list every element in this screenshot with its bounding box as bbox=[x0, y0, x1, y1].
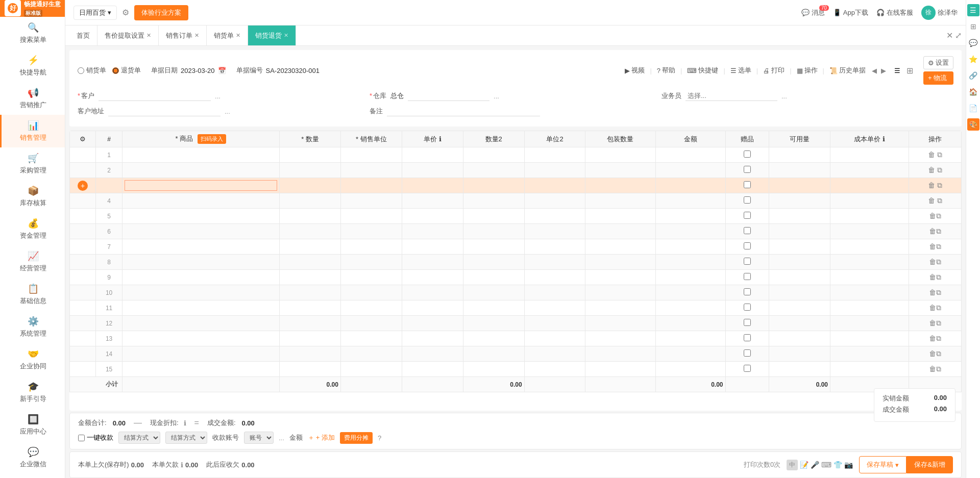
discount-help-icon[interactable]: ℹ bbox=[184, 419, 186, 427]
row-avail-2[interactable] bbox=[769, 163, 830, 178]
salesperson-input[interactable] bbox=[685, 91, 777, 101]
tab-price-extract-close-icon[interactable]: ✕ bbox=[146, 32, 151, 39]
sidebar-item-marketing[interactable]: 📢 营销推广 bbox=[0, 82, 65, 115]
shortcut-keys-btn[interactable]: ⌨ 快捷键 bbox=[687, 66, 718, 75]
sidebar-item-newbie[interactable]: 🎓 新手引导 bbox=[0, 376, 65, 409]
customer-input[interactable] bbox=[99, 91, 211, 101]
history-btn[interactable]: 📜 历史单据 bbox=[829, 66, 866, 75]
status-icon-3[interactable]: 🎤 bbox=[811, 461, 819, 469]
row-gift-3[interactable] bbox=[725, 178, 769, 193]
radio-sale-input[interactable] bbox=[78, 67, 84, 74]
right-sidebar-item-doc[interactable]: 📄 bbox=[967, 102, 979, 114]
delete-icon-1[interactable]: 🗑 bbox=[928, 150, 935, 159]
tab-sales-invoice-close-icon[interactable]: ✕ bbox=[236, 32, 240, 39]
gift-checkbox-8[interactable] bbox=[744, 258, 751, 265]
row-amount-2[interactable] bbox=[655, 163, 725, 178]
help-btn[interactable]: ? 帮助 bbox=[657, 66, 675, 75]
gift-checkbox-1[interactable] bbox=[744, 150, 751, 158]
row-price-1[interactable] bbox=[402, 147, 463, 163]
tab-sales-return-close-icon[interactable]: ✕ bbox=[284, 32, 288, 39]
row-avail-1[interactable] bbox=[769, 147, 830, 163]
row-qty2-3[interactable] bbox=[463, 178, 524, 193]
delete-icon-11[interactable]: 🗑 bbox=[929, 304, 936, 312]
gift-checkbox-9[interactable] bbox=[744, 273, 751, 280]
row-gift-1[interactable] bbox=[725, 147, 769, 163]
row-amount-4[interactable] bbox=[655, 193, 725, 209]
delete-icon-3[interactable]: 🗑 bbox=[928, 181, 935, 189]
address-input[interactable] bbox=[108, 106, 220, 116]
account-select[interactable]: 账号 bbox=[244, 432, 274, 444]
copy-icon-7[interactable]: ⧉ bbox=[936, 242, 941, 251]
right-sidebar-item-star[interactable]: ⭐ bbox=[967, 53, 979, 65]
salesperson-dots-btn[interactable]: ... bbox=[781, 92, 787, 100]
sidebar-item-sales[interactable]: 📊 销售管理 bbox=[0, 115, 65, 147]
gift-checkbox-4[interactable] bbox=[744, 196, 751, 204]
operate-btn[interactable]: ▦ 操作 bbox=[797, 66, 818, 75]
experience-btn[interactable]: 体验行业方案 bbox=[134, 5, 188, 20]
right-sidebar-item-comment[interactable]: 💬 bbox=[967, 37, 979, 49]
settings-btn[interactable]: ⚙ 设置 bbox=[923, 56, 953, 69]
tab-sales-return[interactable]: 销货退货 ✕ bbox=[248, 26, 296, 46]
copy-icon-3[interactable]: ⧉ bbox=[937, 181, 942, 190]
row-gift-2[interactable] bbox=[725, 163, 769, 178]
copy-icon-11[interactable]: ⧉ bbox=[936, 304, 941, 312]
add-row-btn[interactable]: + bbox=[78, 181, 88, 191]
delete-icon-12[interactable]: 🗑 bbox=[929, 319, 936, 327]
copy-icon-5[interactable]: ⧉ bbox=[936, 212, 941, 220]
row-qty2-2[interactable] bbox=[463, 163, 524, 178]
delete-icon-10[interactable]: 🗑 bbox=[929, 288, 936, 296]
col-gear[interactable]: ⚙ bbox=[70, 131, 96, 147]
sidebar-item-finance[interactable]: 💰 资金管理 bbox=[0, 213, 65, 245]
calendar-icon[interactable]: 📅 bbox=[218, 67, 226, 74]
tab-close-all-icon[interactable]: ✕ bbox=[946, 31, 953, 40]
view-grid-icon[interactable]: ⊞ bbox=[906, 66, 913, 76]
calc-method-select[interactable]: 结算方式 bbox=[118, 432, 160, 444]
warehouse-dots-btn[interactable]: ... bbox=[494, 92, 499, 100]
right-sidebar-item-list[interactable]: ☰ bbox=[967, 4, 979, 16]
row-gift-4[interactable] bbox=[725, 193, 769, 209]
fee-split-btn[interactable]: 费用分摊 bbox=[340, 432, 373, 444]
tab-sales-order[interactable]: 销售订单 ✕ bbox=[159, 26, 207, 46]
delete-icon-8[interactable]: 🗑 bbox=[929, 258, 936, 266]
nav-next-icon[interactable]: ▶ bbox=[881, 67, 886, 74]
radio-return[interactable]: 退货单 bbox=[112, 66, 141, 75]
sidebar-item-search[interactable]: 🔍 搜索菜单 bbox=[0, 17, 65, 49]
gift-checkbox-3[interactable] bbox=[744, 181, 751, 188]
row-amount-3[interactable] bbox=[655, 178, 725, 193]
right-sidebar-item-grid[interactable]: ⊞ bbox=[967, 20, 979, 33]
delete-icon-5[interactable]: 🗑 bbox=[929, 212, 936, 220]
one-click-payment-label[interactable]: 一键收款 bbox=[78, 433, 113, 442]
sidebar-item-shortcuts[interactable]: ⚡ 快捷导航 bbox=[0, 49, 65, 82]
delete-icon-4[interactable]: 🗑 bbox=[928, 196, 935, 205]
row-product-3[interactable] bbox=[122, 178, 279, 193]
tab-expand-icon[interactable]: ⤢ bbox=[955, 31, 962, 40]
gift-checkbox-6[interactable] bbox=[744, 227, 751, 234]
settings-gear-icon[interactable]: ⚙ bbox=[122, 8, 129, 17]
row-product-2[interactable] bbox=[122, 163, 279, 178]
warehouse-input[interactable] bbox=[408, 91, 489, 101]
row-pack-1[interactable] bbox=[585, 147, 655, 163]
row-qty-2[interactable] bbox=[280, 163, 341, 178]
delete-icon-2[interactable]: 🗑 bbox=[928, 166, 935, 174]
copy-icon-10[interactable]: ⧉ bbox=[936, 288, 941, 297]
copy-icon-4[interactable]: ⧉ bbox=[937, 196, 942, 205]
remark-input[interactable] bbox=[387, 106, 540, 116]
industry-selector[interactable]: 日用百货 ▾ bbox=[74, 6, 117, 20]
one-click-payment-checkbox[interactable] bbox=[78, 435, 85, 441]
copy-icon-13[interactable]: ⧉ bbox=[936, 334, 941, 343]
row-price-4[interactable] bbox=[402, 193, 463, 209]
row-unit2-2[interactable] bbox=[524, 163, 585, 178]
row-unit-2[interactable] bbox=[340, 163, 402, 178]
tab-sales-invoice[interactable]: 销货单 ✕ bbox=[207, 26, 248, 46]
row-price-2[interactable] bbox=[402, 163, 463, 178]
delete-icon-9[interactable]: 🗑 bbox=[929, 273, 936, 281]
gift-checkbox-11[interactable] bbox=[744, 304, 751, 311]
select-order-btn[interactable]: ☰ 选单 bbox=[730, 66, 751, 75]
sidebar-item-enterprise-wechat[interactable]: 💬 企业微信 bbox=[0, 441, 65, 474]
row-cost-2[interactable] bbox=[830, 163, 909, 178]
user-profile-btn[interactable]: 徐 徐泽华 bbox=[921, 6, 958, 20]
sidebar-item-member[interactable]: 👑 畅会员 bbox=[0, 474, 65, 478]
row-price-3[interactable] bbox=[402, 178, 463, 193]
row-product-1[interactable] bbox=[122, 147, 279, 163]
video-btn[interactable]: ▶ 视频 bbox=[625, 66, 645, 75]
